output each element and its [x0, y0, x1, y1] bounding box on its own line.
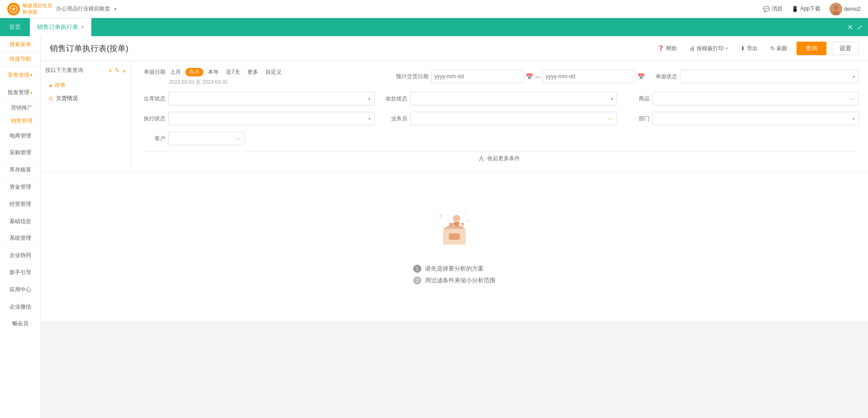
more-btn[interactable]: 更多 [245, 67, 261, 77]
prev-month-btn[interactable]: 上月 [167, 67, 184, 77]
sidebar-item-enterprise-collab[interactable]: 企业协同 [0, 247, 40, 264]
salesperson-more-icon[interactable]: ··· [608, 115, 613, 122]
sidebar-item-enterprise-wechat[interactable]: 企业微信 [0, 299, 40, 316]
scheme-item-icon: ⊙ [49, 95, 53, 102]
breadcrumb-arrow-icon[interactable]: ▾ [114, 6, 117, 12]
expected-date-group: 📅 — 📅 [431, 70, 645, 83]
message-action[interactable]: 💬 消息 [763, 5, 783, 13]
print-icon: 🖨 [689, 45, 695, 52]
step-num-1: 1 [413, 265, 421, 273]
exec-status-arrow-icon: ▾ [368, 116, 371, 121]
edit-scheme-icon[interactable]: ✎ [115, 67, 120, 74]
expected-date-end[interactable] [542, 70, 635, 83]
collapse-label: 收起更多条件 [487, 155, 520, 162]
collapse-bar[interactable]: ⋀ 收起更多条件 [140, 152, 859, 165]
sidebar-item-member[interactable]: 畅会员 [0, 315, 40, 332]
sidebar-sub-marketing[interactable]: 营销推广 [0, 101, 40, 114]
sidebar-item-retail[interactable]: 零售管理 ▾ [0, 67, 40, 84]
sidebar-item-operations[interactable]: 经营管理 [0, 196, 40, 213]
content-area: 销售订单执行表(按单) ❓ 帮助 🖨 按模板打印 ▾ ⬇ 导出 ↻ 刷新 [41, 36, 868, 418]
sidebar-item-ecommerce[interactable]: 电商管理 [0, 128, 40, 145]
customer-select[interactable]: ··· [168, 132, 245, 145]
goods-more-icon[interactable]: ··· [849, 95, 855, 102]
user-profile[interactable]: demo2 [830, 3, 861, 15]
tab-bar-actions: ✕ ⤢ [847, 23, 868, 32]
refresh-btn[interactable]: ↻ 刷新 [767, 43, 791, 54]
scheme-item-label2: 欠货情况 [56, 95, 78, 102]
svg-text:✦: ✦ [439, 214, 442, 218]
print-btn[interactable]: 🖨 按模板打印 ▾ [686, 43, 731, 54]
sidebar-item-new-guide[interactable]: 新手引导 [0, 264, 40, 281]
goods-label: 商品 [624, 95, 650, 103]
date-separator: — [535, 73, 541, 80]
filter-row-1: 单据日期 上月 本月 本年 近7天 更多 自定义 2023-03-0 [140, 67, 859, 86]
calendar-icon-2[interactable]: 📅 [637, 73, 645, 80]
delivery-status-select[interactable]: ▾ [168, 92, 375, 105]
help-btn[interactable]: ❓ 帮助 [654, 43, 680, 54]
refresh-icon: ↻ [770, 45, 775, 52]
window-expand-btn[interactable]: ⤢ [857, 23, 863, 32]
sidebar-search[interactable]: 搜索菜单 [0, 36, 40, 52]
tab-label: 销售订单执行表 [37, 23, 78, 31]
tab-close-icon[interactable]: × [81, 24, 84, 30]
sidebar-item-inventory[interactable]: 库存核算 [0, 162, 40, 179]
empty-illustration: ✦ ✦ ✦ [432, 209, 477, 254]
empty-steps-container: 1 请先选择要分析的方案 2 用过滤条件来缩小分析范围 [413, 265, 495, 285]
customer-label: 客户 [140, 135, 165, 142]
app-download-action[interactable]: 📱 App下载 [792, 5, 821, 13]
help-label: 帮助 [666, 45, 677, 52]
sidebar: 搜索菜单 快捷导航 零售管理 ▾ 批发管理 ▴ 营销推广 销售管理 电商管理 采… [0, 36, 41, 418]
filter-left-panel: 按以下方案查询 + ✎ « ● 按单 ⊙ 欠货情况 [41, 61, 131, 171]
sidebar-item-basic-info[interactable]: 基础信息 [0, 213, 40, 230]
step-2-text: 用过滤条件来缩小分析范围 [425, 276, 495, 285]
sidebar-sub-sales[interactable]: 销售管理 [0, 114, 40, 128]
payment-status-label: 收款状态 [382, 95, 407, 103]
app-download-label: App下载 [800, 5, 821, 13]
collapse-scheme-icon[interactable]: « [123, 67, 126, 74]
single-status-select[interactable]: ▾ [680, 70, 859, 83]
sidebar-item-wholesale[interactable]: 批发管理 ▴ [0, 84, 40, 101]
sidebar-item-purchase[interactable]: 采购管理 [0, 144, 40, 162]
sidebar-item-system[interactable]: 系统管理 [0, 230, 40, 247]
calendar-icon-1[interactable]: 📅 [526, 73, 533, 80]
tab-sales-exec[interactable]: 销售订单执行表 × [30, 18, 91, 36]
svg-point-8 [453, 215, 460, 222]
window-close-btn[interactable]: ✕ [847, 23, 853, 32]
add-scheme-icon[interactable]: + [108, 67, 112, 74]
customer-more-icon[interactable]: ··· [236, 135, 241, 142]
exec-status-select[interactable]: ▾ [168, 112, 375, 125]
scheme-active-dot: ● [49, 82, 52, 89]
logo-text: 畅捷通好生意 标准版 [23, 3, 52, 14]
single-status-label: 单据状态 [652, 73, 677, 81]
sidebar-item-finance[interactable]: 资金管理 [0, 179, 40, 196]
logo: 畅捷通好生意 标准版 [7, 3, 52, 15]
department-arrow-icon: ▾ [853, 116, 855, 121]
custom-btn[interactable]: 自定义 [263, 67, 284, 77]
last7-btn[interactable]: 近7天 [223, 67, 243, 77]
app-download-icon: 📱 [792, 6, 798, 12]
date-shortcuts: 上月 本月 本年 近7天 更多 自定义 [167, 67, 284, 77]
query-button[interactable]: 查询 [797, 42, 826, 55]
expected-date-start[interactable] [431, 70, 524, 83]
single-date-label: 单据日期 [140, 68, 165, 76]
sidebar-item-app-center[interactable]: 应用中心 [0, 281, 40, 299]
department-select[interactable]: ▾ [652, 112, 859, 125]
page-title: 销售订单执行表(按单) [50, 43, 128, 54]
user-name: demo2 [844, 6, 861, 12]
scheme-item-欠货情况[interactable]: ⊙ 欠货情况 [45, 92, 126, 105]
filter-left-actions: + ✎ « [108, 67, 126, 74]
goods-select[interactable]: ··· [652, 92, 859, 105]
svg-text:✦: ✦ [467, 219, 470, 223]
scheme-item-按单[interactable]: ● 按单 [45, 79, 126, 92]
single-status-arrow-icon: ▾ [853, 74, 855, 79]
tab-home[interactable]: 首页 [0, 18, 30, 36]
svg-point-3 [834, 5, 838, 10]
current-year-btn[interactable]: 本年 [205, 67, 222, 77]
current-month-btn[interactable]: 本月 [185, 68, 203, 76]
payment-status-select[interactable]: ▾ [410, 92, 617, 105]
setting-button[interactable]: 设置 [832, 42, 859, 55]
message-label: 消息 [772, 5, 783, 13]
export-btn[interactable]: ⬇ 导出 [737, 43, 761, 54]
sidebar-quick-nav[interactable]: 快捷导航 [0, 52, 40, 67]
salesperson-select[interactable]: ··· [410, 112, 617, 125]
